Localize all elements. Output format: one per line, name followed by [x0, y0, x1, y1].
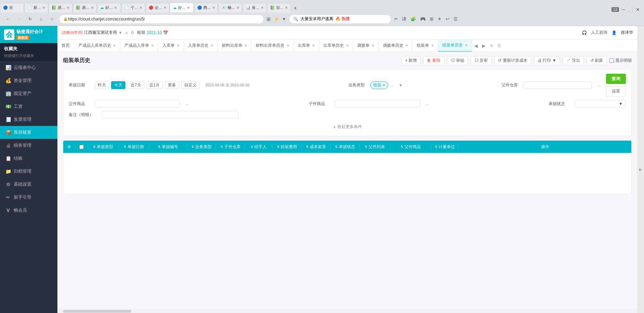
- settings-gear-icon[interactable]: ⚙: [131, 30, 134, 35]
- date-today[interactable]: 今天: [111, 81, 125, 89]
- remark-input[interactable]: [102, 111, 238, 118]
- user-name[interactable]: 徐泽华: [621, 30, 633, 35]
- nav-tab-assemble-history[interactable]: 组装单历史 ✕: [438, 40, 472, 52]
- window-maximize[interactable]: ⬜: [628, 7, 633, 12]
- nav-tab-out-history[interactable]: 出库单历史 ✕: [319, 40, 353, 52]
- date-yesterday[interactable]: 昨天: [95, 81, 109, 89]
- nav-tab-assemble[interactable]: 组装单 ✕: [413, 40, 438, 52]
- lightning-icon[interactable]: ⚡: [273, 16, 279, 22]
- add-company-icon[interactable]: +: [125, 30, 128, 35]
- tab-nav-right-arrow[interactable]: ▶: [480, 43, 488, 48]
- nav-tab-in-order[interactable]: 入库单 ✕: [158, 40, 184, 52]
- nav-tab-out-order[interactable]: 出库单 ✕: [294, 40, 319, 52]
- browser-tab-7[interactable]: 🔴企…✕: [146, 3, 170, 12]
- sun-icon[interactable]: ☀: [438, 16, 442, 22]
- nav-tab-material-out[interactable]: 材料出库单 ✕: [218, 40, 252, 52]
- order-status-select[interactable]: ▼: [575, 100, 626, 108]
- nav-tab-production-in[interactable]: 产成品入库单 ✕: [120, 40, 158, 52]
- grid-icon[interactable]: ⊞: [430, 16, 433, 22]
- select-all-checkbox[interactable]: [79, 145, 84, 149]
- date-last1month[interactable]: 近1月: [146, 81, 163, 89]
- nav-tab-dispatch[interactable]: 调拨单 ✕: [353, 40, 379, 52]
- scissors-icon[interactable]: ✂: [394, 16, 398, 22]
- sidebar-item-fixed-assets[interactable]: 🏢 固定资产: [0, 87, 57, 100]
- browser-tab-12[interactable]: 📗目…✕: [267, 3, 291, 12]
- business-type-more-btn[interactable]: ...: [390, 83, 393, 88]
- col-bill-type[interactable]: ⇅ 单据类型: [88, 144, 119, 150]
- parent-goods-input[interactable]: [95, 100, 180, 108]
- sidebar-item-finance[interactable]: 💰 资金管理: [0, 74, 57, 87]
- col-bill-status[interactable]: ⇅ 单据状态: [331, 144, 360, 150]
- nav-home[interactable]: ⌂: [37, 15, 45, 23]
- tab-nav-close-all[interactable]: ✕: [488, 43, 495, 48]
- nav-back[interactable]: ←: [4, 15, 12, 23]
- browser-tab-6[interactable]: 📄个…✕: [121, 3, 145, 12]
- service-label[interactable]: 人工咨询: [591, 30, 607, 35]
- child-goods-input[interactable]: [335, 100, 420, 108]
- company-selector[interactable]: (勿删勿禁用) 江西服宝测试专用 ▼: [62, 30, 122, 35]
- parent-goods-more[interactable]: ...: [186, 101, 189, 106]
- col-parent-goods[interactable]: ⇅ 父件商品: [390, 144, 431, 150]
- browser-tab-10[interactable]: 📧畅…✕: [218, 3, 242, 12]
- col-gear[interactable]: ⚙: [63, 144, 76, 149]
- sidebar-item-vip[interactable]: V 畅会员: [0, 204, 57, 217]
- tab-nav-left-arrow[interactable]: ◀: [472, 43, 480, 48]
- sidebar-item-settlement[interactable]: 📋 结账: [0, 152, 57, 165]
- qr-code-icon[interactable]: ⊞: [267, 16, 271, 22]
- browser-tab-4[interactable]: 📗易…✕: [73, 3, 97, 12]
- date-last7[interactable]: 近7天: [128, 81, 144, 89]
- business-type-tag-close[interactable]: ✕: [383, 83, 385, 87]
- setting-button[interactable]: 设置: [606, 86, 626, 97]
- browser-tab-2[interactable]: 📄新…✕: [24, 3, 48, 12]
- approve-button[interactable]: ◎ 审核: [447, 56, 468, 65]
- nav-tab-production-in-history[interactable]: 产成品入库单历史 ✕: [74, 40, 120, 52]
- parent-warehouse-input[interactable]: [523, 82, 592, 89]
- right-panel-toggle[interactable]: ▶: [637, 26, 644, 313]
- browser-tab-5[interactable]: ☁好…✕: [97, 3, 121, 12]
- nav-star[interactable]: ☆: [48, 15, 56, 23]
- browser-tab-1[interactable]: 🔵 在: [0, 3, 24, 12]
- dropdown-icon[interactable]: ▼: [282, 17, 286, 22]
- date-custom[interactable]: 自定义: [181, 81, 200, 89]
- delete-button[interactable]: 🗑 删除: [423, 56, 444, 65]
- col-unit[interactable]: ⇅ 计量单位: [431, 144, 459, 150]
- col-cost-diff[interactable]: ⇅ 成本差异: [301, 144, 331, 150]
- tab-nav-settings[interactable]: ☰: [495, 43, 503, 48]
- browser-tab-8[interactable]: ☁好…✕: [170, 3, 194, 12]
- date-more[interactable]: 更多: [165, 81, 179, 89]
- browser-tab-9[interactable]: 🔵腾…✕: [194, 3, 218, 12]
- browser-tab-3[interactable]: 📗易…✕: [49, 3, 72, 12]
- undo-icon[interactable]: ↩: [446, 16, 450, 22]
- new-tab-button[interactable]: +: [291, 4, 299, 12]
- refresh-button[interactable]: ↺ 刷新: [587, 56, 607, 65]
- calendar-icon[interactable]: 📅: [163, 30, 168, 35]
- game-icon[interactable]: 🎮: [420, 16, 426, 22]
- sidebar-item-settings[interactable]: ⚙ 基础设置: [0, 178, 57, 191]
- favorites-shortcut[interactable]: 快捷键打开收藏夹: [4, 53, 53, 58]
- business-type-dropdown[interactable]: ▼: [399, 83, 403, 88]
- collapse-button[interactable]: ∧ 收起更多条件: [69, 122, 626, 132]
- col-disassemble-fee[interactable]: ⇅ 拆装费用: [272, 144, 301, 150]
- translate-icon[interactable]: 译: [402, 16, 406, 22]
- sidebar-item-tax[interactable]: 🖨 税务管理: [0, 139, 57, 152]
- recalculate-button[interactable]: ↺ 重新计算成本: [494, 56, 531, 65]
- scrollbar-thumb[interactable]: [63, 310, 131, 313]
- sidebar-item-guide[interactable]: ✏ 新手引导: [0, 191, 57, 204]
- add-button[interactable]: + 新增: [401, 56, 420, 65]
- sidebar-item-invoice[interactable]: 🧾 发票管理: [0, 113, 57, 126]
- col-biz-type[interactable]: ⇅ 业务类型: [187, 144, 216, 150]
- browser-tab-11[interactable]: 📊各…✕: [243, 3, 267, 12]
- search-box[interactable]: 🔍 大量安卓用户逃离 🔥 热搜: [289, 14, 391, 24]
- window-close[interactable]: ✕: [636, 7, 640, 12]
- nav-refresh[interactable]: ↻: [26, 15, 34, 23]
- extension-icon[interactable]: 🧩: [411, 16, 416, 22]
- col-child-warehouse[interactable]: ⇅ 子件仓库: [216, 144, 245, 150]
- col-handler[interactable]: ⇅ 经手人: [245, 144, 272, 150]
- parent-warehouse-more[interactable]: ...: [597, 83, 601, 88]
- nav-forward[interactable]: →: [15, 15, 23, 23]
- col-bill-date[interactable]: ⇅ 单据日期: [119, 144, 149, 150]
- nav-tab-home[interactable]: 首页: [57, 40, 74, 52]
- col-bill-no[interactable]: ⇅ 单据编号: [149, 144, 187, 150]
- nav-tab-dispatch-history[interactable]: 调拨单历史 ✕: [379, 40, 413, 52]
- child-goods-more[interactable]: ...: [426, 101, 429, 106]
